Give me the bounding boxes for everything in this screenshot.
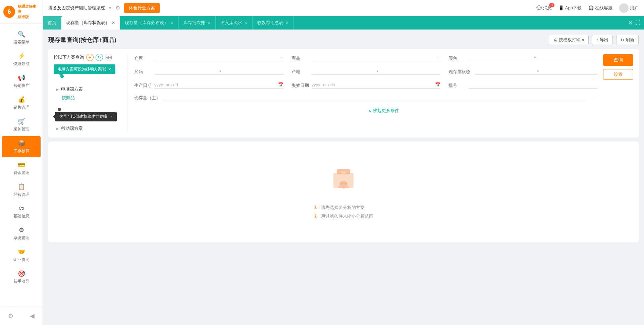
filter-section-label: 按以下方案查询	[54, 54, 84, 60]
tab-batch-account[interactable]: 库存批次账 ✕	[179, 16, 216, 30]
chevron-down-icon: ▾	[537, 69, 598, 73]
tab-close-icon[interactable]: ✕	[207, 20, 211, 25]
sidebar-item-enterprise[interactable]: 🤝 企业协同	[2, 245, 41, 266]
inventory-qty-from[interactable]	[163, 95, 585, 101]
sidebar-item-marketing[interactable]: 📢 营销推广	[2, 71, 41, 92]
filter-add-scheme-btn[interactable]: +	[86, 54, 94, 61]
calendar-icon[interactable]: 📅	[435, 82, 440, 87]
folder-icon: 🗂	[18, 205, 24, 212]
system-title-dropdown[interactable]: ▾	[109, 5, 111, 10]
warehouse-input[interactable]	[154, 55, 278, 60]
scheme-group-mobile[interactable]: ▶ 移动端方案	[54, 124, 122, 133]
range-dash: —	[588, 95, 598, 100]
prod-date-input[interactable]	[154, 82, 277, 87]
tooltip-green-text: 电脑方案可设为移动方案哦	[58, 66, 106, 72]
sidebar-item-quick-nav[interactable]: ⚡ 快速导航	[2, 49, 41, 70]
topbar-right: 💬 消息 9 📱 App下载 🎧 在线客服 用户	[536, 3, 639, 13]
product-label: 商品	[291, 55, 309, 61]
warehouse-control[interactable]: ···	[154, 55, 283, 61]
tab-home[interactable]: 首页	[43, 16, 61, 30]
prod-date-label: 生产日期	[134, 83, 152, 89]
target-icon: 🎯	[18, 270, 25, 277]
field-expiry-date: 失效日期 📅	[291, 82, 441, 89]
filter-area: 按以下方案查询 + ↻ ◀◀ 电脑方案可设为移动方案哦 ✕	[48, 49, 639, 138]
batch-input[interactable]	[469, 82, 598, 87]
empty-state: ① 请先选择要分析的方案 ② 用过滤条件来缩小分析范围	[314, 143, 373, 241]
empty-tip-1: ① 请先选择要分析的方案	[314, 203, 373, 212]
gear-icon: ⚙	[19, 226, 24, 234]
sidebar-item-basic-info[interactable]: 🗂 基础信息	[2, 202, 41, 222]
sidebar-item-system[interactable]: ⚙ 系统管理	[2, 223, 41, 244]
printer-icon: 🖨	[553, 38, 557, 43]
page-title: 现存量查询(按仓库+商品)	[48, 36, 116, 44]
product-control[interactable]: ···	[312, 55, 441, 61]
tab-actions: ✕ ⛶	[625, 16, 644, 30]
filter-back-btn[interactable]: ◀◀	[105, 54, 112, 61]
tab-fullscreen-icon[interactable]: ⛶	[635, 20, 641, 26]
origin-control[interactable]: ▾	[312, 69, 441, 75]
size-control[interactable]: ▾	[154, 69, 283, 75]
sidebar-item-finance[interactable]: 💳 资金管理	[2, 158, 41, 179]
export-btn[interactable]: ↑ 导出	[592, 35, 613, 45]
svg-rect-2	[341, 171, 345, 174]
sidebar-item-inventory[interactable]: 📦 库存核算	[2, 136, 41, 157]
box-icon: 📦	[18, 140, 25, 147]
clipboard-icon: 📋	[18, 183, 25, 191]
online-support-btn[interactable]: 🎧 在线客服	[588, 5, 612, 11]
batch-control[interactable]	[469, 82, 598, 89]
inventory-status-control[interactable]: ▾	[475, 69, 598, 75]
page-actions: 🖨 按模板打印 ▾ ↑ 导出 ↻ 刷新	[549, 35, 639, 45]
sidebar-item-guide[interactable]: 🎯 新手引导	[2, 267, 41, 288]
warehouse-dots-icon[interactable]: ···	[280, 55, 283, 60]
tab-receive-summary[interactable]: 收发存汇总表 ✕	[253, 16, 294, 30]
svg-point-9	[345, 182, 346, 183]
prod-date-control[interactable]: 📅	[154, 82, 283, 89]
print-btn[interactable]: 🖨 按模板打印 ▾	[549, 35, 589, 45]
trial-btn[interactable]: 体验行业方案	[124, 3, 160, 13]
tab-inventory-dist[interactable]: 现存量（库存分布表） ✕	[120, 16, 179, 30]
sidebar-item-label: 经营管理	[13, 192, 30, 198]
settings-icon[interactable]: ⚙	[6, 310, 15, 322]
expiry-date-input[interactable]	[312, 82, 434, 87]
collapse-sidebar-icon[interactable]: ◀	[28, 310, 37, 322]
sidebar-item-label: 采购管理	[13, 126, 30, 132]
tab-maximize-icon[interactable]: ✕	[628, 20, 633, 26]
product-dots-icon[interactable]: ···	[437, 55, 440, 60]
chevron-down-icon: ▾	[219, 69, 283, 73]
sidebar-item-purchase[interactable]: 🛒 采购管理	[2, 114, 41, 136]
field-color: 颜色 ▾	[448, 55, 598, 61]
sidebar-item-search[interactable]: 🔍 搜索菜单	[2, 27, 41, 48]
tab-close-icon[interactable]: ✕	[170, 20, 174, 25]
tab-inventory-status[interactable]: 现存量（库存状况表） ✕	[61, 16, 120, 30]
topbar-settings-icon[interactable]: ⚙	[115, 5, 120, 11]
color-label: 颜色	[448, 55, 466, 61]
sidebar-item-operations[interactable]: 📋 经营管理	[2, 180, 41, 201]
search-btn[interactable]: 查询	[603, 54, 633, 66]
scheme-arrow-icon: ▶	[56, 88, 59, 91]
refresh-btn[interactable]: ↻ 刷新	[616, 35, 639, 45]
tab-close-icon[interactable]: ✕	[112, 20, 115, 25]
reset-btn[interactable]: 设置	[603, 69, 633, 80]
tooltip-green-close[interactable]: ✕	[108, 67, 111, 72]
sidebar-bottom: ⚙ ◀	[0, 307, 43, 325]
tab-in-out-flow[interactable]: 出入库流水 ✕	[216, 16, 253, 30]
inventory-qty-from-input[interactable]	[163, 95, 585, 100]
calendar-icon[interactable]: 📅	[278, 82, 283, 87]
sidebar-item-sales[interactable]: 💰 销售管理	[2, 93, 41, 114]
scheme-group-desktop[interactable]: ▶ 电脑端方案	[54, 85, 122, 94]
collapse-bar[interactable]: ∧ 收起更多条件	[134, 105, 633, 116]
expiry-date-control[interactable]: 📅	[312, 82, 441, 89]
message-btn[interactable]: 💬 消息 9	[536, 5, 552, 11]
svg-point-5	[338, 186, 340, 188]
tab-close-icon[interactable]: ✕	[244, 20, 248, 25]
color-control[interactable]: ▾	[469, 55, 598, 61]
tooltip-dark-close[interactable]: ✕	[109, 114, 113, 119]
tab-close-icon[interactable]: ✕	[285, 20, 289, 25]
user-btn[interactable]: 用户	[619, 3, 639, 13]
product-input[interactable]	[312, 55, 436, 60]
field-product: 商品 ···	[291, 55, 441, 61]
app-download-btn[interactable]: 📱 App下载	[558, 5, 582, 11]
scheme-item-product[interactable]: 按照品	[59, 94, 122, 102]
filter-refresh-btn[interactable]: ↻	[96, 54, 103, 61]
message-badge: 9	[549, 3, 554, 7]
